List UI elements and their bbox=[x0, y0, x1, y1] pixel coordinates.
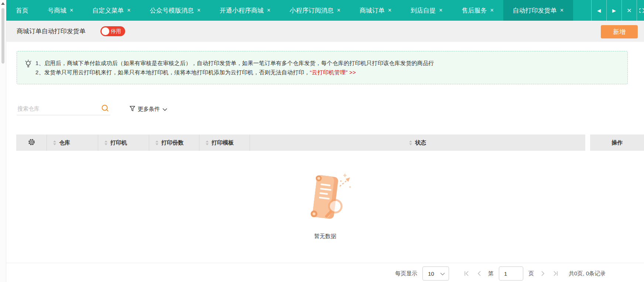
toggle-label: 停用 bbox=[111, 28, 121, 35]
scrollbar-thumb[interactable] bbox=[1, 8, 4, 64]
tab-label: 公众号模版消息 bbox=[150, 6, 194, 15]
tab-close-icon[interactable]: × bbox=[337, 7, 340, 13]
left-scrollbar bbox=[0, 0, 6, 282]
toggle-knob bbox=[102, 27, 109, 35]
tab-label: 首页 bbox=[16, 6, 28, 15]
more-filters-button[interactable]: 更多条件 bbox=[130, 106, 167, 113]
tab-close-icon[interactable]: × bbox=[439, 7, 442, 13]
tab-首页[interactable]: 首页 bbox=[6, 0, 38, 21]
pagination-bar: 每页显示 10 第 页 bbox=[6, 263, 644, 282]
auto-print-toggle[interactable]: 停用 bbox=[100, 26, 125, 36]
notice-line-2: 2、发货单只可用云打印机来打，如果只有本地打印机，须将本地打印机添加为云打印机，… bbox=[35, 68, 434, 77]
page-toolbar: 商城订单自动打印发货单 停用 新增 bbox=[6, 21, 644, 42]
tab-close-icon[interactable]: × bbox=[70, 7, 73, 13]
per-page-select[interactable]: 10 bbox=[422, 266, 449, 281]
filter-row: 更多条件 bbox=[17, 103, 644, 115]
search-input[interactable] bbox=[17, 103, 110, 115]
per-page-label: 每页显示 bbox=[395, 270, 417, 277]
sort-carets-icon[interactable] bbox=[105, 140, 107, 145]
lightbulb-icon bbox=[24, 60, 32, 77]
tab-bar: 首页号商城×自定义菜单×公众号模版消息×开通小程序商城×小程序订阅消息×商城订单… bbox=[6, 0, 644, 21]
page-content: 1、启用后，商城下单付款成功后（如果有审核是在审核之后），自动打印发货单，如果一… bbox=[6, 51, 644, 282]
tab-controls: ◀ ▶ × bbox=[591, 0, 644, 21]
tab-小程序订阅消息[interactable]: 小程序订阅消息× bbox=[280, 0, 350, 21]
sort-carets-icon[interactable] bbox=[53, 140, 56, 145]
tab-label: 商城订单 bbox=[360, 6, 385, 15]
main-area: 首页号商城×自定义菜单×公众号模版消息×开通小程序商城×小程序订阅消息×商城订单… bbox=[6, 0, 644, 282]
page-suffix-label: 页 bbox=[528, 270, 534, 277]
per-page-value: 10 bbox=[428, 271, 434, 277]
column-label: 打印份数 bbox=[161, 139, 184, 146]
header-gap bbox=[585, 135, 590, 151]
tab-自动打印发货单[interactable]: 自动打印发货单× bbox=[503, 0, 573, 21]
table-header-main: 仓库打印机打印份数打印模板状态 bbox=[16, 135, 585, 151]
column-settings-button[interactable] bbox=[16, 135, 47, 151]
tab-list: 首页号商城×自定义菜单×公众号模版消息×开通小程序商城×小程序订阅消息×商城订单… bbox=[6, 0, 591, 21]
tab-公众号模版消息[interactable]: 公众号模版消息× bbox=[140, 0, 210, 21]
tab-close-icon[interactable]: × bbox=[388, 7, 391, 13]
first-page-button[interactable] bbox=[463, 271, 470, 276]
tab-label: 开通小程序商城 bbox=[220, 6, 264, 15]
tab-scroll-left-button[interactable]: ◀ bbox=[591, 0, 606, 21]
tab-售后服务[interactable]: 售后服务× bbox=[452, 0, 503, 21]
prev-page-button[interactable] bbox=[476, 271, 483, 276]
column-label: 打印模板 bbox=[212, 139, 234, 146]
tab-close-icon[interactable]: × bbox=[267, 7, 270, 13]
chevron-down-icon bbox=[162, 106, 167, 112]
tab-号商城[interactable]: 号商城× bbox=[38, 0, 83, 21]
tab-商城订单[interactable]: 商城订单× bbox=[350, 0, 401, 21]
gear-icon bbox=[28, 138, 35, 147]
tab-scroll-right-button[interactable]: ▶ bbox=[606, 0, 621, 21]
column-label: 打印机 bbox=[110, 139, 127, 146]
column-operation: 操作 bbox=[590, 135, 644, 151]
more-filters-label: 更多条件 bbox=[138, 106, 160, 113]
sort-carets-icon[interactable] bbox=[155, 140, 158, 145]
sort-carets-icon[interactable] bbox=[206, 140, 209, 145]
column-header-仓库[interactable]: 仓库 bbox=[47, 135, 98, 151]
empty-text: 暂无数据 bbox=[6, 233, 644, 240]
search-box bbox=[17, 103, 110, 115]
next-page-button[interactable] bbox=[539, 271, 547, 276]
empty-state: 暂无数据 bbox=[6, 171, 644, 240]
page-prefix-label: 第 bbox=[488, 270, 494, 277]
tab-label: 到店自提 bbox=[411, 6, 436, 15]
column-header-打印份数[interactable]: 打印份数 bbox=[149, 135, 199, 151]
page-summary: 共0页, 0条记录 bbox=[569, 270, 606, 277]
last-page-button[interactable] bbox=[552, 271, 559, 276]
select-chevron-down-icon bbox=[440, 271, 445, 277]
tab-label: 号商城 bbox=[48, 6, 66, 15]
column-header-打印机[interactable]: 打印机 bbox=[98, 135, 149, 151]
add-button[interactable]: 新增 bbox=[601, 25, 638, 38]
scroll-up-caret-icon[interactable] bbox=[1, 2, 5, 5]
table-header: 仓库打印机打印份数打印模板状态 操作 bbox=[16, 135, 644, 151]
app-window: 首页号商城×自定义菜单×公众号模版消息×开通小程序商城×小程序订阅消息×商城订单… bbox=[0, 0, 644, 282]
tab-close-icon[interactable]: × bbox=[490, 7, 493, 13]
tab-label: 小程序订阅消息 bbox=[290, 6, 333, 15]
sort-carets-icon[interactable] bbox=[409, 140, 412, 145]
tab-close-icon[interactable]: × bbox=[197, 7, 201, 13]
column-label: 仓库 bbox=[59, 139, 70, 146]
no-data-illustration bbox=[294, 171, 357, 227]
tab-close-icon[interactable]: × bbox=[127, 7, 130, 13]
page-title: 商城订单自动打印发货单 bbox=[17, 27, 86, 35]
column-header-打印模板[interactable]: 打印模板 bbox=[199, 135, 250, 151]
funnel-icon bbox=[130, 106, 135, 113]
tab-close-icon[interactable]: × bbox=[560, 7, 564, 13]
operation-label: 操作 bbox=[612, 139, 623, 146]
notice-text: 1、启用后，商城下单付款成功后（如果有审核是在审核之后），自动打印发货单，如果一… bbox=[35, 58, 434, 77]
tab-label: 自动打印发货单 bbox=[513, 6, 557, 15]
tab-close-all-button[interactable]: × bbox=[621, 0, 637, 21]
search-icon[interactable] bbox=[101, 104, 109, 113]
tab-label: 售后服务 bbox=[462, 6, 487, 15]
notice-box: 1、启用后，商城下单付款成功后（如果有审核是在审核之后），自动打印发货单，如果一… bbox=[17, 51, 628, 84]
notice-line-1: 1、启用后，商城下单付款成功后（如果有审核是在审核之后），自动打印发货单，如果一… bbox=[35, 58, 434, 68]
page-input[interactable] bbox=[499, 266, 523, 281]
fullscreen-icon[interactable] bbox=[637, 0, 644, 21]
cloud-printer-manage-link[interactable]: “云打印机管理” >> bbox=[310, 69, 356, 75]
tab-自定义菜单[interactable]: 自定义菜单× bbox=[83, 0, 140, 21]
tab-到店自提[interactable]: 到店自提× bbox=[401, 0, 452, 21]
column-label: 状态 bbox=[415, 139, 426, 146]
tab-开通小程序商城[interactable]: 开通小程序商城× bbox=[210, 0, 280, 21]
column-header-状态[interactable]: 状态 bbox=[250, 135, 585, 151]
tab-label: 自定义菜单 bbox=[92, 6, 124, 15]
